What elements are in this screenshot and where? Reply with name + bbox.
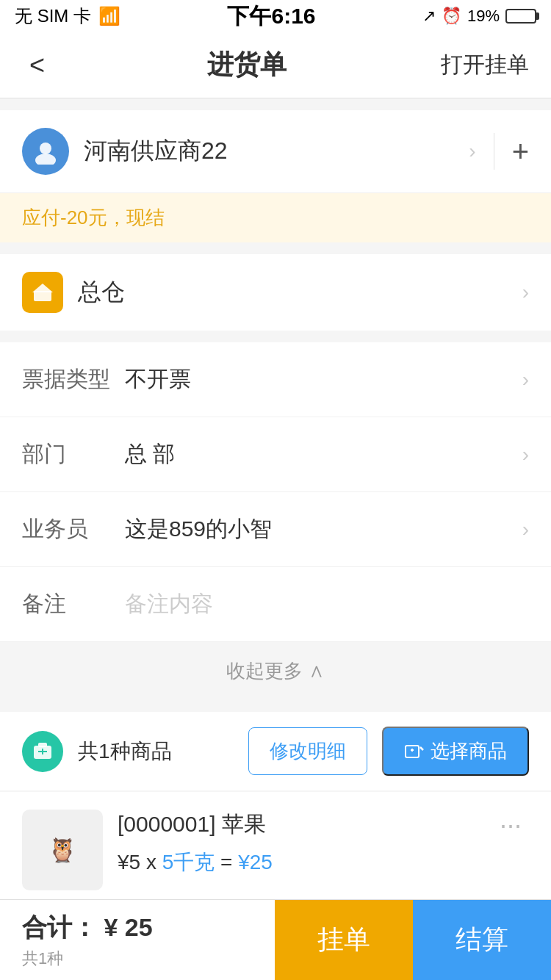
warehouse-icon xyxy=(22,272,63,313)
open-hang-button[interactable]: 打开挂单 xyxy=(441,50,529,80)
supplier-chevron-icon: › xyxy=(469,140,475,163)
svg-line-11 xyxy=(420,747,423,750)
total-count: 共1种 xyxy=(22,948,253,970)
back-button[interactable]: < xyxy=(22,43,52,88)
product-count-text: 共1种商品 xyxy=(78,738,234,765)
dept-label: 部门 xyxy=(22,439,125,469)
supplier-section: 河南供应商22 › + 应付-20元，现结 xyxy=(0,110,551,242)
product-thumbnail: 🦉 xyxy=(22,810,103,890)
modify-detail-button[interactable]: 修改明细 xyxy=(248,727,367,775)
remark-input[interactable]: 备注内容 xyxy=(125,589,529,619)
svg-point-1 xyxy=(35,154,56,165)
form-section: 票据类型 不开票 › 部门 总 部 › 业务员 这是859的小智 › 备注 备注… xyxy=(0,342,551,642)
wifi-icon: 📶 xyxy=(98,6,120,26)
svg-marker-3 xyxy=(32,284,53,292)
sales-label: 业务员 xyxy=(22,514,125,544)
svg-point-0 xyxy=(40,143,51,154)
select-product-label: 选择商品 xyxy=(431,738,507,764)
nav-bar: < 进货单 打开挂单 xyxy=(0,32,551,98)
warehouse-row[interactable]: 总仓 › xyxy=(0,254,551,331)
warehouse-name: 总仓 xyxy=(78,276,522,309)
total-value: ¥25 xyxy=(238,851,273,873)
total-section: 合计： ¥ 25 共1种 xyxy=(0,911,275,970)
remark-row[interactable]: 备注 备注内容 xyxy=(0,567,551,642)
price-value: ¥5 x xyxy=(118,851,162,873)
add-supplier-button[interactable]: + xyxy=(512,135,529,168)
invoice-value: 不开票 xyxy=(125,364,522,394)
product-more-button[interactable]: ··· xyxy=(492,810,529,840)
product-header: 共1种商品 修改明细 选择商品 xyxy=(0,712,551,790)
time-text: 下午6:16 xyxy=(227,1,315,32)
dept-row[interactable]: 部门 总 部 › xyxy=(0,417,551,492)
hang-button[interactable]: 挂单 xyxy=(275,900,413,981)
dept-value: 总 部 xyxy=(125,439,522,469)
supplier-avatar xyxy=(22,128,69,175)
qty-value: 5千克 xyxy=(162,851,215,873)
invoice-label: 票据类型 xyxy=(22,364,125,394)
total-label: 合计： xyxy=(22,913,97,941)
select-product-button[interactable]: 选择商品 xyxy=(382,727,529,776)
total-value: ¥ 25 xyxy=(104,913,152,941)
carrier-text: 无 SIM 卡 xyxy=(15,4,91,28)
status-bar: 无 SIM 卡 📶 下午6:16 ↗ ⏰ 19% xyxy=(0,0,551,32)
collapse-label: 收起更多 ∧ xyxy=(226,658,324,684)
svg-rect-2 xyxy=(34,291,51,301)
status-left: 无 SIM 卡 📶 xyxy=(15,4,120,28)
battery-percent: 19% xyxy=(467,7,500,26)
invoice-chevron-icon: › xyxy=(522,368,529,392)
supplier-name: 河南供应商22 xyxy=(84,135,469,167)
warehouse-chevron-icon: › xyxy=(522,281,529,304)
product-info: [0000001] 苹果 ¥5 x 5千克 = ¥25 xyxy=(118,810,492,876)
sales-row[interactable]: 业务员 这是859的小智 › xyxy=(0,492,551,567)
dept-chevron-icon: › xyxy=(522,443,529,466)
supplier-warning: 应付-20元，现结 xyxy=(0,193,551,242)
bottom-bar: 合计： ¥ 25 共1种 挂单 结算 xyxy=(0,899,551,980)
product-count-icon xyxy=(22,731,63,772)
remark-label: 备注 xyxy=(22,589,125,619)
product-name: [0000001] 苹果 xyxy=(118,810,492,840)
warehouse-section: 总仓 › xyxy=(0,254,551,331)
sales-chevron-icon: › xyxy=(522,518,529,541)
product-code: [0000001] 苹果 xyxy=(118,812,266,836)
equals-sign: = xyxy=(220,851,238,873)
checkout-label: 结算 xyxy=(455,922,508,958)
svg-rect-5 xyxy=(38,743,47,747)
owl-logo-icon: 🦉 xyxy=(48,836,77,864)
hang-label: 挂单 xyxy=(317,922,370,958)
supplier-row[interactable]: 河南供应商22 › + xyxy=(0,110,551,193)
battery-icon xyxy=(505,9,536,24)
total-amount: 合计： ¥ 25 xyxy=(22,911,253,945)
collapse-button[interactable]: 收起更多 ∧ xyxy=(0,642,551,700)
invoice-row[interactable]: 票据类型 不开票 › xyxy=(0,342,551,417)
product-price: ¥5 x 5千克 = ¥25 xyxy=(118,849,492,876)
page-title: 进货单 xyxy=(207,47,287,83)
status-right: ↗ ⏰ 19% xyxy=(422,7,536,26)
location-icon: ↗ xyxy=(422,7,436,26)
vertical-divider xyxy=(494,133,494,170)
sales-value: 这是859的小智 xyxy=(125,514,522,544)
alarm-icon: ⏰ xyxy=(442,7,461,26)
product-item: 🦉 [0000001] 苹果 ¥5 x 5千克 = ¥25 ··· xyxy=(0,792,551,908)
checkout-button[interactable]: 结算 xyxy=(413,900,551,981)
